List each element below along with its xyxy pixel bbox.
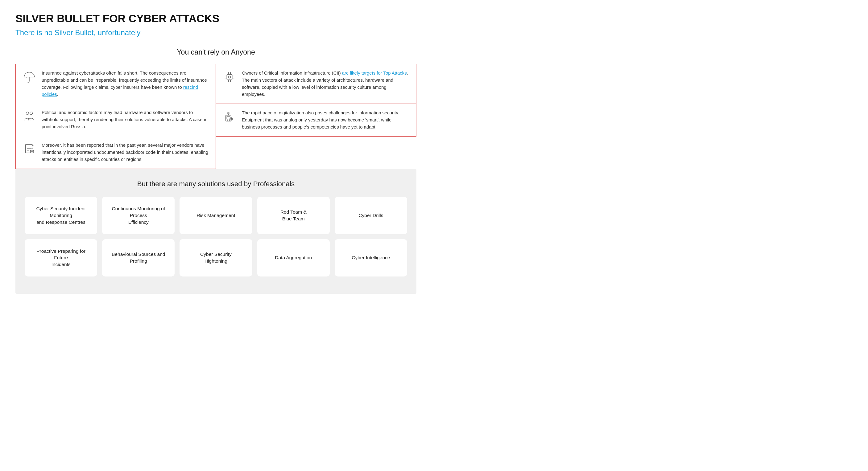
cii-card: Owners of Critical Information Infrastru… (216, 64, 416, 104)
solution-card-9[interactable]: Data Aggregation (257, 239, 330, 276)
rescind-link[interactable]: rescind policies (42, 85, 198, 97)
robot-icon (222, 109, 237, 124)
main-title: SILVER BULLET FOR CYBER ATTACKS (16, 12, 416, 25)
solution-card-5[interactable]: Cyber Drills (335, 197, 407, 234)
insurance-text: Insurance against cyberattacks often fal… (42, 70, 210, 98)
solution-card-4[interactable]: Red Team & Blue Team (257, 197, 330, 234)
cii-link[interactable]: are likely targets for Top Attacks (342, 71, 407, 75)
solution-card-3[interactable]: Risk Management (180, 197, 252, 234)
solution-label-4: Red Team & Blue Team (280, 209, 307, 222)
svg-rect-21 (227, 116, 230, 119)
solution-label-6: Proactive Preparing for Future Incidents (30, 248, 92, 268)
solutions-section: But there are many solutions used by Pro… (16, 169, 416, 294)
solution-card-8[interactable]: Cyber Security Hightening (180, 239, 252, 276)
solution-label-8: Cyber Security Hightening (200, 251, 231, 264)
political-text: Political and economic factors may lead … (42, 109, 210, 130)
svg-rect-10 (227, 74, 232, 80)
solution-card-1[interactable]: Cyber Security Incident Monitoring and R… (25, 197, 97, 234)
svg-point-23 (229, 120, 230, 121)
svg-point-19 (228, 76, 231, 78)
svg-point-2 (26, 112, 29, 115)
solution-label-1: Cyber Security Incident Monitoring and R… (30, 205, 92, 225)
solution-card-2[interactable]: Continuous Monitoring of Process Efficie… (102, 197, 175, 234)
digitalization-text: The rapid pace of digitalization also po… (242, 109, 410, 131)
insurance-card: Insurance against cyberattacks often fal… (16, 64, 216, 104)
people-icon (22, 109, 37, 124)
solution-card-7[interactable]: Behavioural Sources and Profiling (102, 239, 175, 276)
solution-label-10: Cyber Intelligence (352, 254, 390, 261)
right-cards-column: Owners of Critical Information Infrastru… (216, 64, 416, 169)
left-cards-column: Insurance against cyberattacks often fal… (16, 64, 216, 169)
digitalization-card: The rapid pace of digitalization also po… (216, 104, 416, 137)
cii-text: Owners of Critical Information Infrastru… (242, 70, 410, 98)
svg-point-22 (227, 120, 228, 121)
solutions-row-2: Proactive Preparing for Future Incidents… (25, 239, 407, 276)
backdoor-card: Moreover, it has been reported that in t… (16, 136, 216, 169)
solutions-row-1: Cyber Security Incident Monitoring and R… (25, 197, 407, 234)
svg-point-9 (31, 152, 32, 152)
info-cards-grid: Insurance against cyberattacks often fal… (16, 64, 416, 169)
solution-card-6[interactable]: Proactive Preparing for Future Incidents (25, 239, 97, 276)
svg-point-3 (30, 112, 33, 115)
solution-card-10[interactable]: Cyber Intelligence (335, 239, 407, 276)
solution-label-2: Continuous Monitoring of Process Efficie… (107, 205, 169, 225)
solution-label-9: Data Aggregation (275, 254, 312, 261)
circuit-icon (222, 70, 237, 85)
political-card: Political and economic factors may lead … (16, 104, 216, 136)
solution-label-7: Behavioural Sources and Profiling (107, 251, 169, 264)
backdoor-text: Moreover, it has been reported that in t… (42, 142, 210, 163)
subtitle: There is no Silver Bullet, unfortunately (16, 28, 416, 37)
umbrella-icon (22, 70, 37, 85)
document-icon (22, 142, 37, 157)
solution-label-5: Cyber Drills (359, 212, 383, 219)
solution-label-3: Risk Management (196, 212, 235, 219)
section1-heading: You can't rely on Anyone (16, 48, 416, 57)
solutions-heading: But there are many solutions used by Pro… (25, 180, 407, 188)
